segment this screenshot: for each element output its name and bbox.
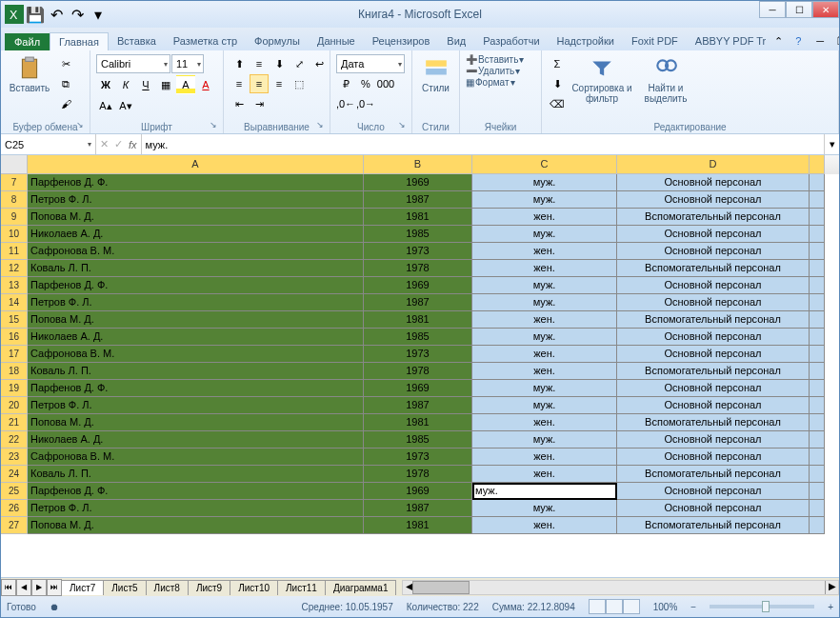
cell[interactable]: Коваль Л. П.: [28, 363, 364, 380]
ribbon-tab-1[interactable]: Вставка: [109, 32, 165, 50]
number-format-combo[interactable]: Дата: [336, 54, 405, 73]
wrap-text-icon[interactable]: ↩: [310, 54, 329, 73]
cell[interactable]: Основной персонал: [617, 226, 810, 243]
cell[interactable]: 1973: [364, 243, 472, 260]
cell[interactable]: муж.: [472, 226, 617, 243]
cell[interactable]: [810, 380, 825, 397]
paste-button[interactable]: Вставить: [7, 52, 52, 93]
cell[interactable]: Основной персонал: [617, 294, 810, 311]
cell[interactable]: [810, 397, 825, 414]
cell[interactable]: Вспомогательный персонал: [617, 466, 810, 483]
cell[interactable]: Основной персонал: [617, 277, 810, 294]
grow-font-icon[interactable]: A▴: [96, 96, 115, 115]
table-row[interactable]: 10Николаев А. Д.1985муж.Основной персона…: [1, 226, 839, 243]
sheet-tab[interactable]: Лист9: [188, 580, 230, 595]
decrease-decimal-icon[interactable]: ,0→: [356, 94, 375, 113]
cell[interactable]: Основной персонал: [617, 431, 810, 449]
cell[interactable]: Николаев А. Д.: [28, 226, 364, 243]
cell[interactable]: [810, 226, 825, 243]
sheet-tab[interactable]: Диаграмма1: [325, 580, 397, 595]
cell[interactable]: муж.: [472, 294, 617, 311]
cell[interactable]: 1969: [364, 277, 472, 294]
sheet-tab[interactable]: Лист8: [146, 580, 189, 595]
spreadsheet-grid[interactable]: A B C D 7Парфенов Д. Ф.1969муж.Основной …: [1, 155, 839, 577]
horizontal-scrollbar[interactable]: ◀ ▶: [402, 580, 839, 595]
cell[interactable]: [810, 311, 825, 329]
cell[interactable]: Сафронова В. М.: [28, 243, 364, 260]
cell[interactable]: Основной персонал: [617, 483, 810, 500]
row-header[interactable]: 9: [1, 209, 28, 226]
align-top-icon[interactable]: ⬆: [230, 54, 249, 73]
ribbon-tab-10[interactable]: ABBYY PDF Tr: [687, 32, 774, 50]
minimize-button[interactable]: ─: [759, 1, 786, 18]
cell[interactable]: 1969: [364, 483, 472, 500]
cells-format-button[interactable]: ▦Формат ▾: [466, 77, 524, 88]
cell[interactable]: Петров Ф. Л.: [28, 500, 364, 517]
align-bottom-icon[interactable]: ⬇: [270, 54, 289, 73]
table-row[interactable]: 27Попова М. Д.1981жен.Вспомогательный пе…: [1, 517, 839, 534]
increase-indent-icon[interactable]: ⇥: [250, 94, 269, 113]
percent-icon[interactable]: %: [356, 74, 375, 93]
cell[interactable]: Основной персонал: [617, 380, 810, 397]
sort-filter-button[interactable]: Сортировка и фильтр: [570, 52, 633, 104]
ribbon-tab-3[interactable]: Формулы: [246, 32, 309, 50]
ribbon-tab-7[interactable]: Разработчи: [474, 32, 548, 50]
cell[interactable]: Основной персонал: [617, 191, 810, 209]
cell[interactable]: 1985: [364, 431, 472, 449]
table-row[interactable]: 8Петров Ф. Л.1987муж.Основной персонал: [1, 191, 839, 209]
orientation-icon[interactable]: ⤢: [290, 54, 309, 73]
cell[interactable]: Попова М. Д.: [28, 209, 364, 226]
cell[interactable]: жен.: [472, 311, 617, 329]
clipboard-launcher-icon[interactable]: ↘: [76, 120, 88, 131]
decrease-indent-icon[interactable]: ⇤: [230, 94, 249, 113]
row-header[interactable]: 18: [1, 363, 28, 380]
table-row[interactable]: 25Парфенов Д. Ф.1969муж.Основной персона…: [1, 483, 839, 500]
cell[interactable]: Николаев А. Д.: [28, 431, 364, 449]
cell[interactable]: 1985: [364, 226, 472, 243]
cell[interactable]: [810, 260, 825, 277]
cell[interactable]: жен.: [472, 209, 617, 226]
page-layout-view-icon[interactable]: [606, 599, 623, 614]
col-header-E[interactable]: [810, 155, 825, 174]
comma-icon[interactable]: 000: [376, 74, 395, 93]
cell[interactable]: [810, 449, 825, 466]
table-row[interactable]: 24Коваль Л. П.1978жен.Вспомогательный пе…: [1, 466, 839, 483]
cell[interactable]: Основной персонал: [617, 243, 810, 260]
cell[interactable]: [810, 363, 825, 380]
cell[interactable]: [810, 431, 825, 449]
cell[interactable]: 1981: [364, 414, 472, 431]
cell[interactable]: Сафронова В. М.: [28, 449, 364, 466]
cell[interactable]: 1973: [364, 346, 472, 363]
cell[interactable]: Вспомогательный персонал: [617, 260, 810, 277]
shrink-font-icon[interactable]: A▾: [116, 96, 135, 115]
font-launcher-icon[interactable]: ↘: [210, 120, 221, 131]
cell[interactable]: Вспомогательный персонал: [617, 363, 810, 380]
cut-icon[interactable]: ✂: [56, 54, 75, 73]
table-row[interactable]: 26Петров Ф. Л.1987муж.Основной персонал: [1, 500, 839, 517]
cell[interactable]: муж.: [472, 500, 617, 517]
cell[interactable]: [810, 209, 825, 226]
cell[interactable]: [810, 191, 825, 209]
table-row[interactable]: 22Николаев А. Д.1985муж.Основной персона…: [1, 431, 839, 449]
row-header[interactable]: 27: [1, 517, 28, 534]
sheet-nav-last-icon[interactable]: ⏭: [47, 579, 62, 596]
macro-record-icon[interactable]: ⏺: [50, 602, 59, 612]
cell[interactable]: Парфенов Д. Ф.: [28, 483, 364, 500]
row-header[interactable]: 16: [1, 329, 28, 346]
file-tab[interactable]: Файл: [5, 33, 50, 50]
cell[interactable]: 1978: [364, 260, 472, 277]
ribbon-tab-5[interactable]: Рецензиров: [364, 32, 439, 50]
cell[interactable]: муж.: [472, 191, 617, 209]
cell[interactable]: 1981: [364, 517, 472, 534]
cell[interactable]: 1978: [364, 363, 472, 380]
undo-icon[interactable]: ↶: [47, 5, 66, 24]
cell[interactable]: Основной персонал: [617, 346, 810, 363]
ribbon-tab-9[interactable]: Foxit PDF: [623, 32, 687, 50]
sheet-tab[interactable]: Лист5: [103, 580, 146, 595]
cell[interactable]: [810, 500, 825, 517]
help-icon[interactable]: ?: [795, 35, 810, 50]
save-icon[interactable]: 💾: [26, 5, 45, 24]
row-header[interactable]: 12: [1, 260, 28, 277]
cell[interactable]: жен.: [472, 260, 617, 277]
autosum-icon[interactable]: Σ: [548, 54, 567, 73]
